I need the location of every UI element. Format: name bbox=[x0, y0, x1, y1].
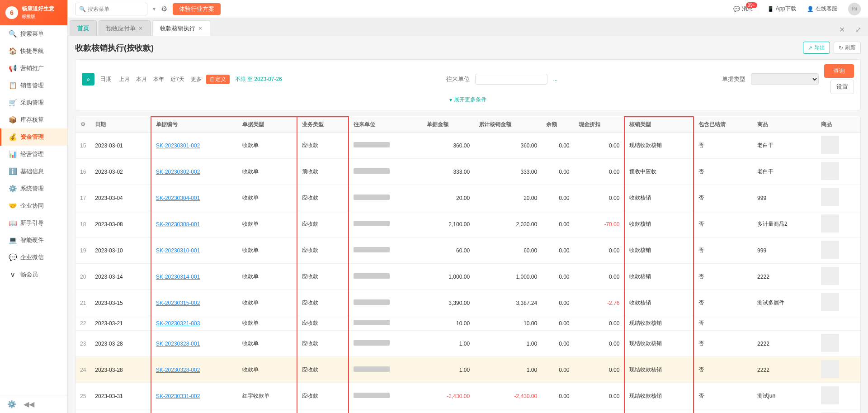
collapse-icon[interactable]: ◀◀ bbox=[24, 400, 34, 408]
sidebar-item-system[interactable]: ⚙️ 系统管理 bbox=[0, 180, 67, 197]
sidebar-item-nav[interactable]: 🏠 快捷导航 bbox=[0, 43, 67, 60]
last-month-btn[interactable]: 上月 bbox=[117, 75, 132, 84]
filter-row: » 日期 上月 本月 本年 近7天 更多 自定义 不限 至 2023-07-26… bbox=[82, 64, 854, 94]
sidebar-item-sales[interactable]: 📋 销售管理 bbox=[0, 77, 67, 94]
sidebar-item-label: 快捷导航 bbox=[20, 47, 44, 55]
sidebar-item-finance[interactable]: 💰 资金管理 bbox=[0, 128, 67, 146]
row-amount: 333.00 bbox=[422, 159, 474, 185]
app-download-button[interactable]: 📱 App下载 bbox=[767, 5, 796, 13]
row-amount: 1.00 bbox=[422, 331, 474, 357]
basic-icon: ℹ️ bbox=[9, 167, 17, 176]
row-balance: 0.00 bbox=[542, 159, 574, 185]
refresh-button[interactable]: ↻ 刷新 bbox=[834, 42, 861, 54]
row-product1: 测试jun bbox=[753, 383, 816, 409]
filter-toggle-button[interactable]: » bbox=[82, 73, 94, 85]
partner-filter-label: 往来单位 bbox=[446, 75, 470, 83]
tab-prepay[interactable]: 预收应付单 ✕ bbox=[99, 20, 151, 36]
row-doc-type: 收款单 bbox=[238, 357, 297, 383]
sidebar-item-label: 企业协同 bbox=[20, 202, 44, 210]
row-product2 bbox=[816, 185, 860, 211]
sidebar-item-label: 智能硬件 bbox=[20, 236, 44, 244]
sidebar-item-label: 新手引导 bbox=[20, 219, 44, 227]
sidebar-item-guide[interactable]: 📖 新手引导 bbox=[0, 214, 67, 232]
row-biz-type: 应收款 bbox=[297, 185, 348, 211]
sidebar-item-inventory[interactable]: 📦 库存核算 bbox=[0, 111, 67, 128]
tab-verify-close[interactable]: ✕ bbox=[198, 25, 203, 32]
messages-button[interactable]: 💬 消息 99+ bbox=[733, 5, 753, 13]
sidebar-item-wechat[interactable]: 💬 企业微信 bbox=[0, 249, 67, 266]
sidebar-item-hardware[interactable]: 💻 智能硬件 bbox=[0, 232, 67, 249]
row-biz-type: 应收款 bbox=[297, 237, 348, 264]
row-balance: 0.00 bbox=[542, 264, 574, 290]
row-verify-type: 预收款核销 bbox=[624, 409, 693, 413]
row-biz-type: 应收款 bbox=[297, 316, 348, 331]
row-product1: 老白干 bbox=[753, 159, 816, 185]
search-box[interactable]: 🔍 bbox=[75, 3, 147, 15]
sidebar-item-collab[interactable]: 🤝 企业协同 bbox=[0, 197, 67, 214]
row-product2 bbox=[816, 237, 860, 264]
sidebar-item-search[interactable]: 🔍 搜索菜单 bbox=[0, 25, 67, 43]
export-button[interactable]: ↗ 导出 bbox=[803, 42, 830, 54]
sidebar-item-label: 系统管理 bbox=[20, 185, 44, 193]
row-doc-no: SK-20230310-001 bbox=[151, 237, 238, 264]
more-filter-dots[interactable]: ... bbox=[553, 76, 557, 82]
partner-input[interactable] bbox=[475, 74, 547, 85]
tab-verify[interactable]: 收款核销执行 ✕ bbox=[152, 20, 210, 36]
row-date: 2023-03-28 bbox=[90, 357, 151, 383]
tab-prepay-close[interactable]: ✕ bbox=[138, 25, 143, 32]
sidebar-item-operation[interactable]: 📊 经营管理 bbox=[0, 146, 67, 163]
system-icon: ⚙️ bbox=[9, 185, 17, 193]
col-verified-header: 累计核销金额 bbox=[474, 117, 542, 133]
row-doc-type: 收款单 bbox=[238, 185, 297, 211]
sidebar-item-member[interactable]: V 畅会员 bbox=[0, 266, 67, 283]
more-date-btn[interactable]: 更多 bbox=[189, 75, 203, 84]
row-product2 bbox=[816, 264, 860, 290]
custom-date-btn[interactable]: 自定义 bbox=[206, 75, 230, 84]
query-button[interactable]: 查询 bbox=[824, 64, 854, 78]
data-table: ⚙ 日期 单据编号 单据类型 业务类型 往来单位 单据金额 累计核销金额 余额 … bbox=[75, 116, 860, 413]
page-actions: ↗ 导出 ↻ 刷新 bbox=[803, 42, 861, 54]
online-service-button[interactable]: 👤 在线客服 bbox=[807, 5, 837, 13]
table-scroll[interactable]: ⚙ 日期 单据编号 单据类型 业务类型 往来单位 单据金额 累计核销金额 余额 … bbox=[75, 116, 860, 413]
solution-button[interactable]: 体验行业方案 bbox=[173, 3, 221, 15]
row-amount: 20.00 bbox=[422, 409, 474, 413]
row-date: 2023-03-08 bbox=[90, 211, 151, 237]
row-verified-amount: 3,387.24 bbox=[474, 290, 542, 316]
tab-expand-btn[interactable]: ⤢ bbox=[852, 23, 864, 36]
date-filter-label: 日期 bbox=[100, 75, 112, 83]
row-num: 26 bbox=[75, 409, 90, 413]
tab-close-btn[interactable]: ✕ bbox=[835, 23, 848, 36]
row-cash-discount: 0.00 bbox=[574, 357, 625, 383]
col-discount-header: 现金折扣 bbox=[574, 117, 625, 133]
row-verified-amount: 360.00 bbox=[474, 133, 542, 159]
row-included: 否 bbox=[693, 383, 753, 409]
row-date: 2023-04-03 bbox=[90, 409, 151, 413]
col-settings[interactable]: ⚙ bbox=[75, 117, 90, 133]
filter-settings-button[interactable]: 设置 bbox=[830, 80, 854, 94]
gear-icon[interactable]: ⚙ bbox=[161, 5, 167, 13]
user-avatar[interactable]: Rit bbox=[848, 3, 861, 15]
row-doc-no: SK-20230331-002 bbox=[151, 383, 238, 409]
dropdown-arrow[interactable]: ▾ bbox=[153, 6, 156, 12]
sidebar-item-label: 销售管理 bbox=[20, 81, 44, 90]
row-doc-no: SK-20230328-001 bbox=[151, 331, 238, 357]
sidebar-item-marketing[interactable]: 📢 营销推广 bbox=[0, 60, 67, 77]
sidebar-item-purchase[interactable]: 🛒 采购管理 bbox=[0, 94, 67, 111]
table-row: 21 2023-03-15 SK-20230315-002 收款单 应收款 3,… bbox=[75, 290, 860, 316]
search-input[interactable] bbox=[88, 6, 133, 12]
row-balance: 0.00 bbox=[542, 409, 574, 413]
row-product2 bbox=[816, 133, 860, 159]
row-included: 否 bbox=[693, 316, 753, 331]
expand-conditions-btn[interactable]: ▾ 展开更多条件 bbox=[449, 96, 486, 104]
row-verify-type: 现结收款核销 bbox=[624, 383, 693, 409]
hardware-icon: 💻 bbox=[9, 236, 17, 244]
settings-icon[interactable]: ⚙️ bbox=[7, 400, 16, 408]
last-7days-btn[interactable]: 近7天 bbox=[169, 75, 186, 84]
this-year-btn[interactable]: 本年 bbox=[151, 75, 166, 84]
doc-type-select[interactable]: 收款单 红字收款单 bbox=[751, 73, 819, 85]
row-cash-discount: 0.00 bbox=[574, 316, 625, 331]
tab-home[interactable]: 首页 bbox=[70, 20, 97, 36]
sidebar-item-basic[interactable]: ℹ️ 基础信息 bbox=[0, 163, 67, 180]
this-month-btn[interactable]: 本月 bbox=[134, 75, 149, 84]
tabs-actions: ✕ ⤢ bbox=[835, 23, 868, 36]
